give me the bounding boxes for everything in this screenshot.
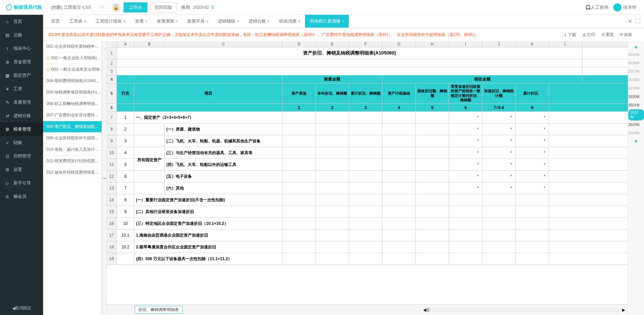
data-cell[interactable] — [382, 218, 416, 229]
sidebar-item[interactable]: ¥工资 — [0, 82, 43, 96]
data-cell[interactable] — [316, 135, 349, 147]
tab[interactable]: 税表清册× — [274, 15, 305, 28]
support-link[interactable]: 🎧 人工咨询 — [585, 4, 608, 10]
sidebar-item[interactable]: ⫯报表中心 — [0, 42, 43, 55]
year-down-icon[interactable]: ▼ — [634, 139, 639, 144]
data-cell[interactable] — [516, 194, 549, 206]
data-cell[interactable] — [416, 159, 449, 170]
sidebar-item[interactable]: ⌂首页 — [0, 15, 43, 28]
data-cell[interactable] — [516, 253, 549, 265]
data-cell[interactable] — [416, 171, 449, 182]
data-cell[interactable]: * — [482, 147, 516, 159]
form-list-item[interactable]: 008-资产折旧、摊销及纳税... — [43, 121, 102, 133]
data-cell[interactable] — [449, 206, 482, 217]
data-cell[interactable] — [282, 206, 316, 217]
data-cell[interactable]: * — [482, 112, 516, 123]
data-cell[interactable]: * — [482, 171, 516, 182]
data-cell[interactable]: * — [449, 147, 482, 159]
data-cell[interactable] — [349, 147, 382, 159]
data-cell[interactable] — [282, 112, 316, 123]
form-list-item[interactable]: 004-期间费用明细表(A1040... — [43, 75, 102, 87]
data-cell[interactable] — [482, 194, 516, 206]
year-item[interactable]: 2022年 — [628, 109, 644, 120]
col-header[interactable]: J — [482, 41, 516, 47]
data-cell[interactable] — [516, 241, 549, 253]
collapse-handle[interactable]: ≪ — [102, 41, 107, 315]
form-list-item[interactable]: 006-职工薪酬纳税调整明细... — [43, 98, 102, 110]
col-header[interactable]: D — [282, 41, 316, 47]
form-list-item[interactable]: 005-纳税调整项目明细表(A1... — [43, 87, 102, 98]
data-cell[interactable] — [316, 241, 349, 253]
tab-close-icon[interactable]: × — [342, 20, 344, 23]
data-cell[interactable] — [282, 171, 316, 182]
sidebar-item[interactable]: ⊡归档管理 — [0, 149, 43, 163]
data-cell[interactable] — [316, 171, 349, 182]
data-cell[interactable] — [416, 241, 449, 253]
col-header[interactable]: E — [316, 41, 349, 47]
data-cell[interactable] — [282, 230, 316, 241]
data-cell[interactable]: * — [449, 171, 482, 182]
data-cell[interactable]: * — [482, 182, 516, 194]
data-cell[interactable] — [482, 230, 516, 241]
tab-close-icon[interactable]: × — [206, 20, 208, 23]
tab-close-icon[interactable]: × — [84, 20, 86, 23]
data-cell[interactable] — [282, 218, 316, 229]
data-cell[interactable] — [316, 159, 349, 170]
data-cell[interactable] — [282, 182, 316, 194]
data-cell[interactable] — [382, 194, 416, 206]
data-cell[interactable]: * — [482, 159, 516, 170]
data-cell[interactable]: * — [516, 147, 549, 159]
data-cell[interactable] — [416, 182, 449, 194]
col-header[interactable]: G — [382, 41, 416, 47]
data-cell[interactable] — [449, 241, 482, 253]
data-cell[interactable] — [482, 241, 516, 253]
tab[interactable]: 首页 — [46, 15, 65, 28]
workspace-button[interactable]: 工作台 — [124, 2, 147, 12]
form-list-item[interactable]: 002-一般企业收入明细表(... — [43, 53, 102, 64]
sidebar-item[interactable]: ⊕资金管理 — [0, 55, 43, 69]
col-header[interactable]: I — [449, 41, 482, 47]
data-cell[interactable] — [382, 230, 416, 241]
tab[interactable]: 发票× — [130, 15, 152, 28]
data-cell[interactable] — [349, 171, 382, 182]
col-header[interactable]: C — [165, 41, 282, 47]
sidebar-item[interactable]: ▷新手引导 — [0, 176, 43, 190]
calendar-icon[interactable]: 🗓 — [211, 5, 215, 10]
data-cell[interactable] — [316, 206, 349, 217]
col-header[interactable]: B — [134, 41, 165, 47]
year-item[interactable]: 2018年 — [628, 76, 644, 84]
data-cell[interactable] — [349, 230, 382, 241]
tab[interactable]: 工资统计报表× — [91, 15, 130, 28]
data-cell[interactable]: * — [449, 182, 482, 194]
data-cell[interactable] — [416, 124, 449, 135]
sidebar-item[interactable]: ⚙税务管理 — [0, 123, 43, 136]
sheet-tab[interactable]: 折旧、摊销调整明细表 — [135, 306, 182, 314]
company-selector[interactable]: (勿删) 江西股宝-LSS ▽ — [46, 4, 109, 10]
data-cell[interactable] — [482, 253, 516, 265]
data-cell[interactable]: * — [516, 124, 549, 135]
form-list-item[interactable]: 003-一般企业成本支出明细... — [43, 64, 102, 75]
data-cell[interactable] — [282, 147, 316, 159]
refresh-button[interactable]: ⟳ 刷新 — [620, 32, 632, 38]
data-cell[interactable] — [382, 147, 416, 159]
tab-close-icon[interactable]: × — [124, 20, 126, 23]
data-cell[interactable] — [282, 135, 316, 147]
data-cell[interactable] — [416, 112, 449, 123]
data-cell[interactable] — [416, 135, 449, 147]
data-cell[interactable] — [316, 182, 349, 194]
data-cell[interactable]: * — [482, 135, 516, 147]
data-cell[interactable] — [349, 124, 382, 135]
year-item[interactable]: 2019年 — [628, 84, 644, 93]
data-cell[interactable] — [416, 230, 449, 241]
data-cell[interactable]: * — [516, 135, 549, 147]
data-cell[interactable]: * — [449, 135, 482, 147]
data-cell[interactable] — [382, 182, 416, 194]
year-item[interactable]: 2020年 — [628, 93, 644, 101]
data-cell[interactable]: * — [516, 112, 549, 123]
tab-close-icon[interactable]: × — [145, 20, 147, 23]
tab[interactable]: 发票测算× — [152, 15, 183, 28]
tab-close-icon[interactable]: × — [268, 20, 270, 23]
form-list-item[interactable]: 010-免税、减计收入及加计... — [43, 144, 102, 155]
data-cell[interactable] — [349, 241, 382, 253]
data-cell[interactable] — [449, 253, 482, 265]
